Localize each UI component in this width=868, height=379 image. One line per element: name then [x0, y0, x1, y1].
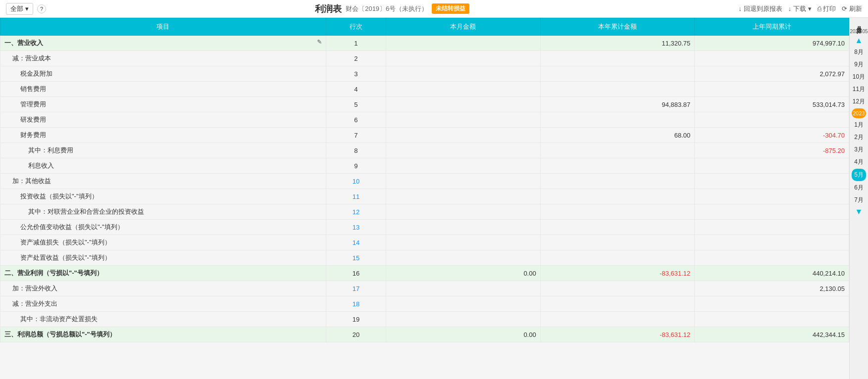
year-amount: 68.00 [540, 128, 695, 143]
row-item-name: 利息收入 [0, 158, 326, 174]
sidebar-month-item[interactable]: 12月 [850, 95, 868, 108]
prev-year-amount: 2,130.05 [695, 281, 849, 296]
row-item-name: 减：营业外支出 [0, 296, 326, 312]
row-item-name: 公允价值变动收益（损失以"-"填列） [0, 220, 326, 235]
month-amount [386, 66, 541, 82]
sidebar-up-button[interactable]: ▲ [854, 35, 864, 46]
sidebar-month-item[interactable]: 8月 [850, 46, 868, 58]
download-button[interactable]: ↓ 下载 ▾ [788, 4, 812, 13]
table-row: 研发费用6 [0, 112, 849, 128]
year-amount [540, 235, 695, 250]
prev-year-amount [695, 312, 849, 327]
prev-year-amount [695, 204, 849, 220]
row-number: 19 [326, 312, 386, 327]
row-item-name: 销售费用 [0, 82, 326, 97]
month-amount [386, 235, 541, 250]
month-amount [386, 204, 541, 220]
row-number[interactable]: 12 [326, 204, 386, 220]
prev-year-amount [695, 250, 849, 266]
prev-year-amount: -875.20 [695, 143, 849, 158]
top-bar-center: 利润表 财会〔2019〕6号（未执行） 未结转损益 [315, 3, 469, 15]
row-item-name: 研发费用 [0, 112, 326, 128]
print-button[interactable]: ⎙ 打印 [817, 4, 836, 13]
table-area: 项目 行次 本月金额 本年累计金额 上年同期累计 一、营业收入✎111,320.… [0, 18, 849, 379]
sidebar-month-item[interactable]: 4月 [850, 156, 868, 168]
row-number[interactable]: 13 [326, 220, 386, 235]
row-item-name: 财务费用 [0, 128, 326, 143]
profit-table: 项目 行次 本月金额 本年累计金额 上年同期累计 一、营业收入✎111,320.… [0, 18, 849, 342]
col-header-year: 本年累计金额 [540, 18, 695, 36]
col-header-row: 行次 [326, 18, 386, 36]
year-amount [540, 220, 695, 235]
row-item-name: 税金及附加 [0, 66, 326, 82]
year-amount [540, 281, 695, 296]
row-number[interactable]: 18 [326, 296, 386, 312]
month-amount [386, 51, 541, 66]
sidebar-month-item[interactable]: 11月 [850, 83, 868, 95]
row-number[interactable]: 17 [326, 281, 386, 296]
row-number[interactable]: 11 [326, 189, 386, 204]
month-amount [386, 174, 541, 189]
year-amount [540, 158, 695, 174]
sidebar-month-item[interactable]: 10月 [850, 71, 868, 83]
prev-year-amount [695, 158, 849, 174]
sidebar-month-item[interactable]: 1月 [850, 119, 868, 131]
row-item-name: 管理费用 [0, 97, 326, 112]
col-header-item: 项目 [0, 18, 326, 36]
year-amount [540, 189, 695, 204]
sidebar-month-item[interactable]: 2023 [852, 108, 866, 118]
year-amount [540, 82, 695, 97]
year-amount [540, 51, 695, 66]
prev-year-amount [695, 220, 849, 235]
year-amount [540, 66, 695, 82]
row-number[interactable]: 10 [326, 174, 386, 189]
month-select-label: 月份选择 [855, 20, 864, 28]
year-amount [540, 312, 695, 327]
table-row: 公允价值变动收益（损失以"-"填列）13 [0, 220, 849, 235]
row-number: 4 [326, 82, 386, 97]
top-bar-right: ↓ 回退到原报表 ↓ 下载 ▾ ⎙ 打印 ⟳ 刷新 [739, 4, 863, 13]
scope-dropdown[interactable]: 全部 ▾ [6, 3, 33, 15]
sidebar-month-item[interactable]: 7月 [850, 194, 868, 206]
table-row: 减：营业外支出18 [0, 296, 849, 312]
sidebar-month-item[interactable]: 6月 [850, 182, 868, 194]
year-amount [540, 143, 695, 158]
month-amount: 0.00 [386, 266, 541, 281]
prev-year-amount [695, 82, 849, 97]
table-row: 加：其他收益10 [0, 174, 849, 189]
month-amount [386, 281, 541, 296]
table-row: 财务费用768.00-304.70 [0, 128, 849, 143]
top-bar-left: 全部 ▾ ? [6, 3, 46, 15]
table-row: 资产处置收益（损失以"-"填列）15 [0, 250, 849, 266]
refresh-button[interactable]: ⟳ 刷新 [842, 4, 862, 13]
row-item-name: 资产处置收益（损失以"-"填列） [0, 250, 326, 266]
sidebar-month-item[interactable]: 5月 [852, 169, 866, 181]
month-amount [386, 158, 541, 174]
prev-year-amount [695, 51, 849, 66]
table-row: 其中：对联营企业和合营企业的投资收益12 [0, 204, 849, 220]
row-number: 5 [326, 97, 386, 112]
prev-year-amount: 974,997.10 [695, 36, 849, 51]
table-row: 三、利润总额（亏损总额以"-"号填列）200.00-83,631.12442,3… [0, 327, 849, 342]
sidebar-month-item[interactable]: 9月 [850, 58, 868, 71]
year-amount [540, 112, 695, 128]
month-amount [386, 220, 541, 235]
year-amount: 94,883.87 [540, 97, 695, 112]
sidebar-month-item[interactable]: 3月 [850, 143, 868, 156]
table-row: 管理费用594,883.87533,014.73 [0, 97, 849, 112]
prev-year-amount [695, 296, 849, 312]
row-number: 8 [326, 143, 386, 158]
row-number[interactable]: 14 [326, 235, 386, 250]
edit-icon[interactable]: ✎ [317, 39, 322, 46]
help-icon[interactable]: ? [37, 4, 46, 13]
sidebar-down-button[interactable]: ▼ [854, 206, 864, 217]
month-amount [386, 250, 541, 266]
sidebar-month-item[interactable]: 2月 [850, 131, 868, 143]
row-number[interactable]: 15 [326, 250, 386, 266]
scope-label: 全部 [10, 4, 23, 13]
year-amount [540, 296, 695, 312]
year-amount: -83,631.12 [540, 327, 695, 342]
table-row: 其中：非流动资产处置损失19 [0, 312, 849, 327]
back-button[interactable]: ↓ 回退到原报表 [739, 4, 782, 13]
month-amount [386, 112, 541, 128]
